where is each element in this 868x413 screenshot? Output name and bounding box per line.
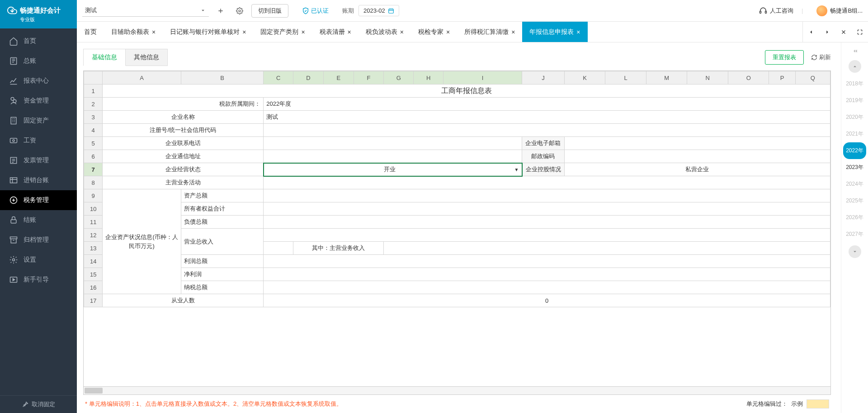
col-header-C[interactable]: C <box>264 71 293 84</box>
col-header-L[interactable]: L <box>605 71 646 84</box>
subtab-other[interactable]: 其他信息 <box>126 49 168 66</box>
row-header-5[interactable]: 5 <box>84 137 103 150</box>
cell[interactable]: 从业人数 <box>103 294 264 307</box>
refresh-button[interactable]: 刷新 <box>811 53 831 61</box>
row-header-10[interactable]: 10 <box>84 202 103 216</box>
cell[interactable] <box>264 268 830 281</box>
tab-prev-button[interactable] <box>803 22 819 42</box>
cell[interactable]: 利润总额 <box>181 255 263 268</box>
col-header-M[interactable]: M <box>646 71 687 84</box>
row-header-3[interactable]: 3 <box>84 111 103 124</box>
cell[interactable] <box>264 255 830 268</box>
col-header-A[interactable]: A <box>103 71 181 84</box>
user-menu[interactable]: 畅捷通B组... <box>816 5 863 16</box>
cell[interactable] <box>264 124 830 137</box>
tab-fullscreen-button[interactable] <box>852 22 868 42</box>
year-item[interactable]: 2025年 <box>843 192 866 209</box>
business-status-dropdown[interactable]: 开业▼ <box>264 163 522 176</box>
col-header-N[interactable]: N <box>687 71 728 84</box>
col-header-I[interactable]: I <box>443 71 522 84</box>
cell[interactable]: 营业总收入 <box>181 229 263 255</box>
sidebar-item-reports[interactable]: 报表中心 <box>0 71 77 91</box>
row-header-11[interactable]: 11 <box>84 216 103 229</box>
col-header-O[interactable]: O <box>728 71 769 84</box>
year-item[interactable]: 2018年 <box>843 75 866 92</box>
tab-close-icon[interactable]: × <box>301 28 305 36</box>
cell[interactable]: 企业经营状态 <box>103 163 264 176</box>
old-version-button[interactable]: 切到旧版 <box>251 4 288 18</box>
sidebar-item-tax[interactable]: 税务管理 <box>0 190 77 210</box>
cell[interactable]: 负债总额 <box>181 216 263 229</box>
cell[interactable]: 其中：主营业务收入 <box>293 242 384 255</box>
row-header-6[interactable]: 6 <box>84 150 103 163</box>
year-item[interactable]: 2023年 <box>843 159 866 176</box>
sidebar-item-funds[interactable]: 资金管理 <box>0 91 77 111</box>
col-header-P[interactable]: P <box>769 71 795 84</box>
cell[interactable] <box>264 189 830 202</box>
row-header-12[interactable]: 12 <box>84 229 103 242</box>
cell[interactable] <box>564 137 830 150</box>
cell[interactable]: 注册号/统一社会信用代码 <box>103 124 264 137</box>
row-header-1[interactable]: 1 <box>84 84 103 98</box>
tab-3[interactable]: 固定资产类别× <box>253 22 312 42</box>
cell[interactable] <box>264 216 830 229</box>
row-header-7[interactable]: 7 <box>84 163 103 176</box>
sidebar-item-invoice[interactable]: 发票管理 <box>0 150 77 170</box>
cell[interactable]: 净利润 <box>181 268 263 281</box>
cell[interactable]: 企业资产状况信息(币种：人民币万元) <box>103 189 181 294</box>
sidebar-item-assets[interactable]: 固定资产 <box>0 111 77 131</box>
year-item[interactable]: 2026年 <box>843 209 866 226</box>
unpin-button[interactable]: 取消固定 <box>0 395 77 413</box>
add-button[interactable] <box>213 4 228 18</box>
tab-close-icon[interactable]: × <box>511 28 515 36</box>
tab-close-button[interactable] <box>835 22 852 42</box>
sidebar-item-guide[interactable]: 新手引导 <box>0 270 77 290</box>
cell[interactable] <box>264 176 830 189</box>
reset-button[interactable]: 重置报表 <box>765 50 804 65</box>
cell[interactable]: 企业名称 <box>103 111 264 124</box>
cell[interactable] <box>264 229 830 242</box>
cell[interactable]: 企业控股情况 <box>522 163 565 176</box>
tab-4[interactable]: 税表清册× <box>312 22 359 42</box>
year-item[interactable]: 2027年 <box>843 226 866 243</box>
spreadsheet[interactable]: ABCDEFGHIJKLMNOPQ1工商年报信息表2税款所属期间：2022年度3… <box>83 70 831 387</box>
consult-button[interactable]: 人工咨询 <box>759 7 793 15</box>
cell[interactable] <box>564 150 830 163</box>
sheet-corner[interactable] <box>84 71 103 84</box>
cell[interactable] <box>384 242 830 255</box>
sidebar-item-inventory[interactable]: 进销台账 <box>0 170 77 190</box>
cell[interactable] <box>264 202 830 216</box>
tab-close-icon[interactable]: × <box>400 28 404 36</box>
cell[interactable]: 纳税总额 <box>181 281 263 294</box>
cell[interactable] <box>264 281 830 294</box>
period-picker[interactable]: 2023-02 <box>359 5 399 16</box>
col-header-Q[interactable]: Q <box>795 71 830 84</box>
tab-5[interactable]: 税负波动表× <box>359 22 411 42</box>
subtab-basic[interactable]: 基础信息 <box>83 49 126 66</box>
row-header-4[interactable]: 4 <box>84 124 103 137</box>
row-header-9[interactable]: 9 <box>84 189 103 202</box>
cell[interactable]: 2022年度 <box>264 98 830 111</box>
sidebar-item-closing[interactable]: 结账 <box>0 210 77 230</box>
row-header-15[interactable]: 15 <box>84 268 103 281</box>
tab-close-icon[interactable]: × <box>446 28 450 36</box>
cell[interactable]: 企业电子邮箱 <box>522 137 565 150</box>
year-item[interactable]: 2024年 <box>843 176 866 192</box>
tab-6[interactable]: 税检专家× <box>411 22 457 42</box>
cell[interactable]: 0 <box>264 294 830 307</box>
cell[interactable]: 所有者权益合计 <box>181 202 263 216</box>
row-header-13[interactable]: 13 <box>84 242 103 255</box>
year-down-button[interactable] <box>849 245 861 258</box>
row-header-2[interactable]: 2 <box>84 98 103 111</box>
tab-next-button[interactable] <box>819 22 835 42</box>
cell[interactable]: 测试 <box>264 111 830 124</box>
sidebar-item-settings[interactable]: 设置 <box>0 250 77 270</box>
year-item[interactable]: 2021年 <box>843 126 866 142</box>
tab-2[interactable]: 日记账与银行对账单核对× <box>163 22 253 42</box>
cell[interactable]: 工商年报信息表 <box>103 84 830 98</box>
tab-8[interactable]: 年报信息申报表× <box>522 22 587 42</box>
col-header-B[interactable]: B <box>181 71 263 84</box>
col-header-K[interactable]: K <box>564 71 605 84</box>
row-header-8[interactable]: 8 <box>84 176 103 189</box>
row-header-17[interactable]: 17 <box>84 294 103 307</box>
